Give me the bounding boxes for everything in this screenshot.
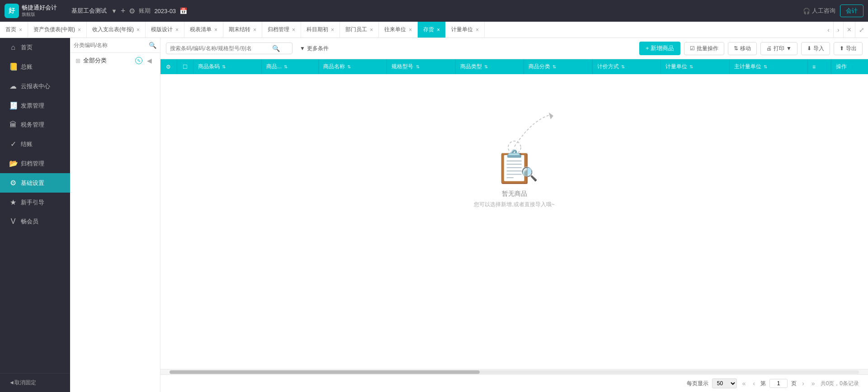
add-tab-icon[interactable]: + [121, 6, 126, 16]
tab-tax-list[interactable]: 税表清单 × [184, 22, 223, 38]
th-unit[interactable]: 计量单位 ⇅ [661, 59, 729, 74]
sort-code-icon[interactable]: ⇅ [284, 64, 288, 69]
account-button[interactable]: 会计 [840, 5, 863, 17]
tab-next-button[interactable]: › [834, 22, 844, 38]
sidebar-item-basic[interactable]: ⚙ 基础设置 [0, 173, 70, 193]
tab-period-close[interactable]: 期末结转 × [223, 22, 262, 38]
th-main-unit[interactable]: 主计量单位 ⇅ [729, 59, 808, 74]
tab-contacts[interactable]: 往来单位 × [379, 22, 418, 38]
help-button[interactable]: 🎧 人工咨询 [803, 7, 835, 15]
tab-template[interactable]: 模版设计 × [146, 22, 184, 38]
th-barcode[interactable]: 商品条码 ⇅ [193, 59, 261, 74]
search-input[interactable] [170, 45, 269, 52]
sort-type-icon[interactable]: ⇅ [484, 64, 488, 69]
category-search-input[interactable] [74, 42, 149, 48]
sidebar-item-home[interactable]: ⌂ 首页 [0, 38, 70, 57]
sort-name-icon[interactable]: ⇅ [347, 64, 351, 69]
doc-wrapper: 📋 🔍 [495, 151, 534, 183]
tab-close-income[interactable]: × [137, 27, 140, 33]
sort-pricing-icon[interactable]: ⇅ [621, 64, 625, 69]
tab-unit[interactable]: 计量单位 × [446, 22, 485, 38]
sidebar-item-ledger[interactable]: 📒 总账 [0, 57, 70, 76]
tab-income[interactable]: 收入支出表(年报) × [87, 22, 146, 38]
sidebar-item-tax[interactable]: 🏛 税务管理 [0, 115, 70, 134]
tab-close-home[interactable]: × [19, 27, 22, 33]
invoice-icon: 🧾 [9, 101, 17, 110]
batch-button[interactable]: ☑ 批量操作 [684, 42, 724, 55]
tab-close-template[interactable]: × [175, 27, 179, 33]
tab-department[interactable]: 部门员工 × [340, 22, 379, 38]
category-grid-icon: ⊞ [75, 57, 80, 64]
th-category[interactable]: 商品分类 ⇅ [524, 59, 592, 74]
tab-close-department[interactable]: × [370, 27, 373, 33]
th-type[interactable]: 商品类型 ⇅ [455, 59, 524, 74]
print-button[interactable]: 🖨 打印 ▼ [760, 42, 797, 55]
category-search-icon[interactable]: 🔍 [149, 42, 156, 49]
th-code[interactable]: 商品... ⇅ [261, 59, 318, 74]
th-spec[interactable]: 规格型号 ⇅ [387, 59, 455, 74]
unpin-button[interactable]: ◄取消固定 [0, 373, 70, 392]
content-area: 🔍 ⊞ 全部分类 ✎ ◀ 🔍 [70, 38, 868, 392]
sort-category-icon[interactable]: ⇅ [552, 64, 556, 69]
scrollbar-track[interactable] [170, 370, 859, 374]
member-icon: V [9, 217, 17, 226]
tab-close-period-close[interactable]: × [253, 27, 256, 33]
scrollbar-thumb[interactable] [170, 370, 480, 374]
tab-archive[interactable]: 归档管理 × [262, 22, 301, 38]
sidebar: ⌂ 首页 📒 总账 ☁ 云报表中心 🧾 发票管理 🏛 税务管理 ✓ 结账 📂 归… [0, 38, 70, 392]
category-all[interactable]: ⊞ 全部分类 ✎ ◀ [70, 53, 160, 68]
prev-page-button[interactable]: ‹ [751, 379, 757, 388]
tab-close-all-button[interactable]: × [844, 22, 855, 38]
company-dropdown-icon[interactable]: ▼ [111, 8, 117, 14]
th-checkbox[interactable]: ☐ [177, 59, 193, 74]
sort-unit-icon[interactable]: ⇅ [689, 64, 693, 69]
toolbar: 🔍 ▼ 更多条件 + 新增商品 ☑ 批量操作 ⇅ [160, 38, 868, 59]
tab-subject[interactable]: 科目期初 × [301, 22, 340, 38]
sidebar-item-invoice[interactable]: 🧾 发票管理 [0, 96, 70, 115]
th-pricing[interactable]: 计价方式 ⇅ [592, 59, 660, 74]
tab-inventory[interactable]: 存货 × [418, 22, 446, 38]
export-button[interactable]: ⬆ 导出 [834, 42, 863, 55]
sidebar-item-reports[interactable]: ☁ 云报表中心 [0, 76, 70, 96]
tab-close-archive[interactable]: × [292, 27, 295, 33]
tab-close-subject[interactable]: × [331, 27, 334, 33]
app-name: 畅捷通好会计 [22, 4, 57, 11]
first-page-button[interactable]: « [741, 379, 748, 388]
collapse-icon[interactable]: ◀ [144, 57, 155, 64]
tab-prev-button[interactable]: ‹ [824, 22, 834, 38]
sidebar-item-member[interactable]: V 畅会员 [0, 212, 70, 231]
tab-expand-button[interactable]: ⤢ [855, 22, 868, 38]
tab-close-contacts[interactable]: × [409, 27, 412, 33]
add-product-button[interactable]: + 新增商品 [639, 42, 680, 55]
tab-close-inventory[interactable]: × [437, 27, 440, 33]
import-button[interactable]: ⬇ 导入 [801, 42, 830, 55]
th-settings[interactable]: ⚙ [160, 59, 177, 74]
calendar-icon[interactable]: 📅 [179, 7, 187, 14]
tab-close-tax-list[interactable]: × [214, 27, 217, 33]
th-more[interactable]: ≡ [808, 59, 831, 74]
tab-home[interactable]: 首页 × [0, 22, 28, 38]
next-page-button[interactable]: › [800, 379, 806, 388]
tab-balance[interactable]: 资产负债表(中期) × [28, 22, 87, 38]
page-input[interactable] [769, 379, 788, 388]
per-page-select[interactable]: 50 100 200 [712, 378, 737, 388]
search-box[interactable]: 🔍 [166, 43, 292, 54]
tab-close-balance[interactable]: × [78, 27, 81, 33]
search-icon[interactable]: 🔍 [272, 45, 280, 52]
tab-close-unit[interactable]: × [476, 27, 479, 33]
category-edit-icon[interactable]: ✎ [135, 57, 142, 64]
sort-main-unit-icon[interactable]: ⇅ [764, 64, 767, 69]
th-name[interactable]: 商品名称 ⇅ [318, 59, 387, 74]
last-page-button[interactable]: » [810, 379, 817, 388]
move-button[interactable]: ⇅ 移动 [728, 42, 757, 55]
filter-button[interactable]: ▼ 更多条件 [296, 43, 332, 54]
batch-icon: ☑ [690, 45, 695, 52]
sidebar-item-newbie[interactable]: ★ 新手引导 [0, 193, 70, 212]
sidebar-item-settle[interactable]: ✓ 结账 [0, 134, 70, 154]
sidebar-item-archive[interactable]: 📂 归档管理 [0, 154, 70, 173]
sort-spec-icon[interactable]: ⇅ [416, 64, 420, 69]
main-area: ⌂ 首页 📒 总账 ☁ 云报表中心 🧾 发票管理 🏛 税务管理 ✓ 结账 📂 归… [0, 38, 868, 392]
sort-barcode-icon[interactable]: ⇅ [222, 64, 226, 69]
settings-icon[interactable]: ⚙ [129, 7, 135, 15]
table-scrollbar-area [160, 369, 868, 374]
